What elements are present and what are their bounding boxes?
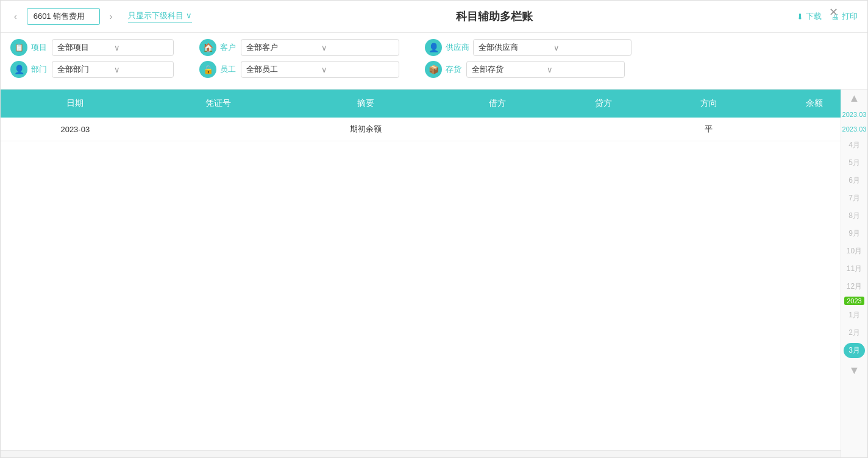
customer-select[interactable]: 全部客户 ∨	[241, 39, 399, 56]
page-title: 科目辅助多栏账	[198, 9, 791, 24]
header-bar: ‹ 6601 销售费用 › 只显示下级科目 ∨ 科目辅助多栏账 ⬇ 下载 🖨 打…	[1, 1, 867, 33]
customer-icon: 🏠	[199, 39, 216, 56]
sidebar-month-11[interactable]: 11月	[841, 260, 867, 278]
right-sidebar: ▲ 2023.03 2023.03 4月 5月 6月 7月 8月 9月 10月 …	[841, 90, 867, 458]
project-arrow-icon: ∨	[114, 43, 168, 52]
department-label: 部门	[31, 64, 48, 75]
customer-label: 客户	[220, 42, 237, 53]
filter-department: 👤 部门 全部部门 ∨	[10, 61, 174, 78]
project-icon: 📋	[10, 39, 27, 56]
download-icon: ⬇	[797, 12, 803, 21]
sidebar-month-10[interactable]: 10月	[841, 242, 867, 260]
show-sub-toggle[interactable]: 只显示下级科目 ∨	[128, 10, 192, 23]
employee-label: 员工	[220, 64, 237, 75]
close-button[interactable]: ✕	[829, 5, 838, 19]
sidebar-month-6[interactable]: 6月	[841, 172, 867, 189]
supplier-arrow-icon: ∨	[553, 43, 626, 52]
sidebar-month-7[interactable]: 7月	[841, 189, 867, 207]
cell-credit	[550, 118, 656, 141]
supplier-label: 供应商	[446, 42, 469, 53]
sidebar-month-2023-03-top[interactable]: 2023.03	[841, 107, 867, 122]
col-direction: 方向	[656, 90, 761, 118]
sidebar-down-button[interactable]: ▼	[847, 362, 863, 379]
cell-voucher	[150, 118, 286, 141]
department-select[interactable]: 全部部门 ∨	[52, 61, 174, 78]
filter-area: 📋 项目 全部项目 ∨ 🏠 客户 全部客户 ∨ 👤 供应商 全部供应	[1, 33, 867, 90]
cell-date: 2023-03	[1, 118, 150, 141]
year-badge: 2023	[844, 297, 864, 305]
filter-row-1: 📋 项目 全部项目 ∨ 🏠 客户 全部客户 ∨ 👤 供应商 全部供应	[10, 39, 858, 56]
sidebar-month-5[interactable]: 5月	[841, 154, 867, 172]
project-label: 项目	[31, 42, 48, 53]
cell-direction: 平	[656, 118, 761, 141]
sidebar-month-1[interactable]: 1月	[841, 306, 867, 324]
sidebar-month-8[interactable]: 8月	[841, 207, 867, 225]
supplier-select[interactable]: 全部供应商 ∨	[473, 39, 631, 56]
col-voucher: 凭证号	[150, 90, 286, 118]
filter-project: 📋 项目 全部项目 ∨	[10, 39, 174, 56]
supplier-value: 全部供应商	[478, 42, 551, 53]
show-sub-label: 只显示下级科目	[128, 10, 183, 21]
sidebar-month-3-active[interactable]: 3月	[844, 343, 865, 358]
sidebar-month-9[interactable]: 9月	[841, 225, 867, 242]
print-label: 打印	[842, 11, 858, 22]
filter-supplier: 👤 供应商 全部供应商 ∨	[425, 39, 631, 56]
department-icon: 👤	[10, 61, 27, 78]
prev-account-button[interactable]: ‹	[10, 10, 21, 23]
filter-employee: 🔒 员工 全部员工 ∨	[199, 61, 399, 78]
sidebar-month-4[interactable]: 4月	[841, 136, 867, 154]
inventory-value: 全部存货	[472, 64, 544, 75]
cell-debit	[445, 118, 550, 141]
col-credit: 贷方	[550, 90, 656, 118]
sidebar-month-12[interactable]: 12月	[841, 278, 867, 295]
filter-row-2: 👤 部门 全部部门 ∨ 🔒 员工 全部员工 ∨ 📦 存货 全部存货	[10, 61, 858, 78]
employee-arrow-icon: ∨	[321, 65, 394, 74]
toolbar-right: ⬇ 下载 🖨 打印	[797, 11, 858, 22]
col-debit: 借方	[445, 90, 550, 118]
filter-inventory: 📦 存货 全部存货 ∨	[425, 61, 625, 78]
inventory-select[interactable]: 全部存货 ∨	[466, 61, 625, 78]
project-value: 全部项目	[57, 42, 112, 53]
department-arrow-icon: ∨	[114, 65, 168, 74]
main-window: ✕ ‹ 6601 销售费用 › 只显示下级科目 ∨ 科目辅助多栏账 ⬇ 下载 🖨…	[0, 0, 868, 458]
table-container: 日期 凭证号 摘要 借方 贷方 方向 余额 2023-03 期初余额	[1, 90, 867, 438]
sidebar-month-2[interactable]: 2月	[841, 324, 867, 342]
sidebar-up-button[interactable]: ▲	[847, 90, 863, 107]
col-date: 日期	[1, 90, 150, 118]
customer-arrow-icon: ∨	[321, 43, 394, 52]
project-select[interactable]: 全部项目 ∨	[52, 39, 174, 56]
inventory-icon: 📦	[425, 61, 442, 78]
table-header-row: 日期 凭证号 摘要 借方 贷方 方向 余额	[1, 90, 867, 118]
employee-select[interactable]: 全部员工 ∨	[241, 61, 399, 78]
customer-value: 全部客户	[246, 42, 319, 53]
sidebar-month-2023-03-b[interactable]: 2023.03	[841, 122, 867, 136]
col-summary: 摘要	[286, 90, 445, 118]
filter-customer: 🏠 客户 全部客户 ∨	[199, 39, 399, 56]
table-row: 2023-03 期初余额 平	[1, 118, 867, 141]
bottom-scrollbar[interactable]	[1, 450, 841, 457]
download-button[interactable]: ⬇ 下载	[797, 11, 822, 22]
supplier-icon: 👤	[425, 39, 442, 56]
cell-summary: 期初余额	[286, 118, 445, 141]
next-account-button[interactable]: ›	[106, 10, 116, 23]
employee-icon: 🔒	[199, 61, 216, 78]
data-table: 日期 凭证号 摘要 借方 贷方 方向 余额 2023-03 期初余额	[1, 90, 867, 141]
account-code-display: 6601 销售费用	[27, 8, 100, 25]
inventory-label: 存货	[446, 64, 463, 75]
inventory-arrow-icon: ∨	[547, 65, 619, 74]
show-sub-arrow-icon: ∨	[186, 11, 192, 20]
employee-value: 全部员工	[246, 64, 319, 75]
download-label: 下载	[806, 11, 822, 22]
department-value: 全部部门	[57, 64, 112, 75]
